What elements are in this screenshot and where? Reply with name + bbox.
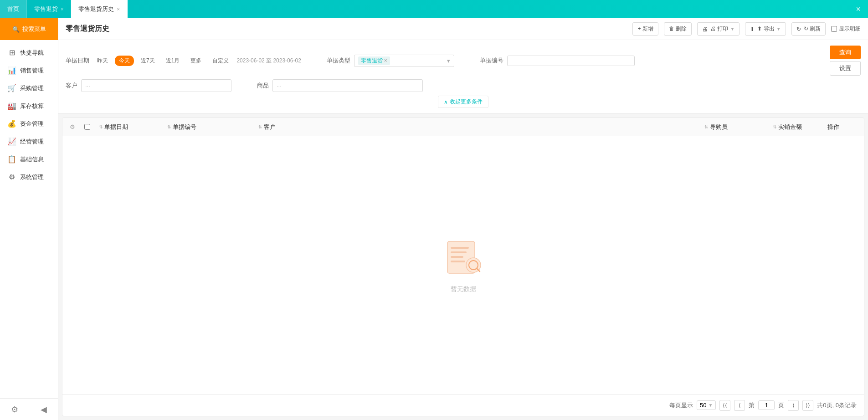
goods-filter-input[interactable]: ··· <box>272 79 423 92</box>
sort-asc-number-icon[interactable]: ⇅ <box>167 124 171 129</box>
customer-filter-input[interactable]: ··· <box>81 79 231 92</box>
goods-filter-label: 商品 <box>257 82 269 90</box>
window-close-button[interactable]: × <box>848 0 868 18</box>
goods-dots-icon: ··· <box>277 82 282 89</box>
sidebar-item-sales-mgmt[interactable]: 📊 销售管理 <box>0 61 58 79</box>
sidebar-collapse-icon[interactable]: ◀ <box>41 405 47 415</box>
add-button[interactable]: + 新增 <box>632 22 658 36</box>
sidebar-settings-icon[interactable]: ⚙ <box>11 405 18 415</box>
show-detail-checkbox[interactable] <box>831 26 837 32</box>
sidebar-footer: ⚙ ◀ <box>0 398 58 420</box>
inventory-icon: 🏭 <box>7 102 16 110</box>
date-range-display: 2023-06-02 至 2023-06-02 <box>236 57 301 65</box>
col-header-number: ⇅ 单据编号 <box>164 123 255 131</box>
sidebar-item-inventory[interactable]: 🏭 库存核算 <box>0 97 58 115</box>
sidebar-item-label-operations: 经营管理 <box>20 138 44 146</box>
type-tag: 零售退货 × <box>358 56 390 65</box>
export-dropdown-icon: ▼ <box>776 26 781 31</box>
delete-button[interactable]: 🗑 删除 <box>664 22 692 36</box>
prev-page-button[interactable]: ⟨ <box>734 400 745 411</box>
date-filter: 单据日期 昨天 今天 近7天 近1月 更多 自定义 2023-06-02 至 2… <box>66 56 301 66</box>
sidebar-item-purchase-mgmt[interactable]: 🛒 采购管理 <box>0 79 58 97</box>
type-tag-remove-icon[interactable]: × <box>384 57 387 64</box>
sales-mgmt-icon: 📊 <box>7 66 16 75</box>
table-area: ⚙ ⇅ 单据日期 ⇅ 单据编号 ⇅ 客户 ⇅ 导购员 <box>62 118 864 416</box>
sort-asc-date-icon[interactable]: ⇅ <box>99 124 103 129</box>
date-btn-last7[interactable]: 近7天 <box>137 56 159 66</box>
number-filter: 单据编号 <box>480 56 635 66</box>
page-number-input[interactable] <box>758 400 775 410</box>
svg-rect-3 <box>451 256 463 258</box>
per-page-select[interactable]: 50 ▼ <box>697 400 716 410</box>
sidebar-item-label-system-mgmt: 系统管理 <box>20 173 44 181</box>
type-select-arrow-icon: ▾ <box>447 57 450 64</box>
retail-return-history-close-icon[interactable]: × <box>117 6 119 12</box>
table-gear-icon[interactable]: ⚙ <box>66 123 81 130</box>
select-all-checkbox[interactable] <box>84 124 90 130</box>
col-header-customer: ⇅ 客户 <box>255 123 701 131</box>
sidebar-item-operations[interactable]: 📈 经营管理 <box>0 133 58 150</box>
filter-settings-button[interactable]: 设置 <box>830 61 861 76</box>
sort-asc-customer-icon[interactable]: ⇅ <box>258 124 262 129</box>
table-select-all[interactable] <box>81 124 95 130</box>
operations-icon: 📈 <box>7 137 16 146</box>
svg-rect-4 <box>451 261 465 262</box>
sidebar-item-basic-info[interactable]: 📋 基础信息 <box>0 150 58 168</box>
tab-retail-return-history[interactable]: 零售退货历史 × <box>71 0 127 18</box>
first-page-button[interactable]: ⟨⟨ <box>719 400 730 411</box>
retail-return-history-tab-label: 零售退货历史 <box>78 5 114 13</box>
empty-state: 暂无数据 <box>62 136 864 394</box>
type-tag-value: 零售退货 <box>361 57 383 65</box>
empty-state-illustration <box>441 237 486 278</box>
sidebar-item-label-inventory: 库存核算 <box>20 102 44 110</box>
sidebar-search-button[interactable]: 🔍 搜索菜单 <box>0 18 58 40</box>
col-header-amount: ⇅ 实销金额 <box>769 123 824 131</box>
sidebar-nav: ⊞ 快捷导航 📊 销售管理 🛒 采购管理 🏭 库存核算 💰 资金管理 📈 <box>0 40 58 398</box>
date-btn-more[interactable]: 更多 <box>186 56 205 66</box>
pagination-summary: 共0页, 0条记录 <box>817 401 857 410</box>
col-header-date: ⇅ 单据日期 <box>95 123 164 131</box>
last-page-button[interactable]: ⟩⟩ <box>802 400 813 411</box>
sidebar-search-label: 搜索菜单 <box>22 25 46 33</box>
sidebar-item-label-finance: 资金管理 <box>20 120 44 128</box>
date-filter-label: 单据日期 <box>66 56 89 65</box>
export-button[interactable]: ⬆ ⬆ 导出 ▼ <box>745 22 786 36</box>
top-bar: 首页 零售退货 × 零售退货历史 × × <box>0 0 868 18</box>
per-page-value: 50 <box>700 402 706 409</box>
filter-row-1: 单据日期 昨天 今天 近7天 近1月 更多 自定义 2023-06-02 至 2… <box>66 46 861 76</box>
date-btn-yesterday[interactable]: 昨天 <box>93 56 112 66</box>
svg-rect-2 <box>451 251 467 253</box>
search-icon: 🔍 <box>12 26 20 33</box>
next-page-button[interactable]: ⟩ <box>788 400 799 411</box>
number-filter-input[interactable] <box>507 56 635 66</box>
per-page-dropdown-icon: ▼ <box>708 403 713 408</box>
sidebar-item-finance[interactable]: 💰 资金管理 <box>0 115 58 133</box>
sidebar: 🔍 搜索菜单 ⊞ 快捷导航 📊 销售管理 🛒 采购管理 🏭 库存核算 💰 <box>0 18 58 420</box>
sort-asc-amount-icon[interactable]: ⇅ <box>773 124 776 129</box>
col-header-action: 操作 <box>824 123 860 131</box>
refresh-button[interactable]: ↻ ↻ 刷新 <box>791 22 826 36</box>
retail-return-tab-label: 零售退货 <box>34 5 58 13</box>
print-button[interactable]: 🖨 🖨 打印 ▼ <box>697 22 740 36</box>
collapse-button[interactable]: ∧ 收起更多条件 <box>438 96 488 108</box>
query-button[interactable]: 查询 <box>830 46 861 59</box>
tab-retail-return[interactable]: 零售退货 × <box>27 0 71 18</box>
sidebar-item-quick-nav[interactable]: ⊞ 快捷导航 <box>0 44 58 61</box>
date-btn-today[interactable]: 今天 <box>115 56 134 66</box>
page-title: 零售退货历史 <box>66 24 627 34</box>
sidebar-item-system-mgmt[interactable]: ⚙ 系统管理 <box>0 168 58 186</box>
date-btn-custom[interactable]: 自定义 <box>208 56 233 66</box>
svg-rect-1 <box>451 247 469 249</box>
collapse-up-icon: ∧ <box>444 99 448 105</box>
tab-home[interactable]: 首页 <box>0 0 27 18</box>
print-dropdown-icon: ▼ <box>730 26 735 31</box>
pagination: 每页显示 50 ▼ ⟨⟨ ⟨ 第 页 ⟩ ⟩⟩ 共0页, 0条记录 <box>62 394 864 416</box>
type-filter-label: 单据类型 <box>327 56 350 65</box>
customer-filter-label: 客户 <box>66 82 77 90</box>
date-btn-last1m[interactable]: 近1月 <box>162 56 184 66</box>
retail-return-close-icon[interactable]: × <box>61 6 63 12</box>
show-detail-checkbox-label[interactable]: 显示明细 <box>831 25 861 33</box>
type-filter-select[interactable]: 零售退货 × ▾ <box>354 55 454 67</box>
refresh-icon: ↻ <box>796 26 801 32</box>
sort-asc-guide-icon[interactable]: ⇅ <box>704 124 708 129</box>
